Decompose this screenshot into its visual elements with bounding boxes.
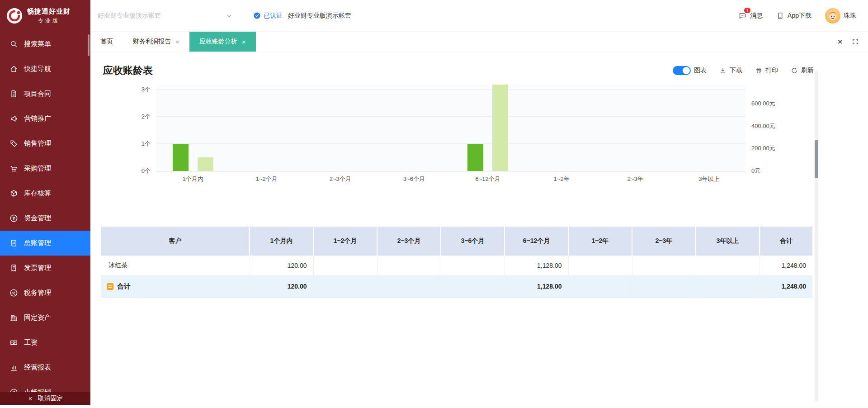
sidebar-item-label: 项目合同 — [24, 90, 51, 98]
total-row-label: 合计 — [117, 282, 131, 291]
verified-label: 已认证 — [264, 12, 283, 20]
chart-category-slot — [525, 85, 599, 171]
chart-category-slot — [599, 85, 672, 171]
phone-icon — [776, 12, 784, 20]
chart-toggle-control: 图表 — [673, 66, 707, 75]
y-axis-tick: 400.00元 — [751, 122, 775, 130]
sidebar-item-invoice[interactable]: 发票管理 — [0, 256, 90, 280]
verified-icon — [253, 12, 261, 19]
sidebar-item-sales[interactable]: 销售管理 — [0, 131, 90, 156]
table-header-cell: 2~3个月 — [377, 227, 441, 256]
home-icon — [9, 65, 18, 73]
chart-category-slot — [230, 85, 303, 171]
table-header-cell: 1~2个月 — [313, 227, 377, 256]
sidebar-item-funds[interactable]: 资金管理 — [0, 206, 90, 231]
close-icon[interactable]: × — [837, 37, 843, 46]
table-header-cell: 3年以上 — [696, 227, 760, 256]
sidebar-scrollbar[interactable] — [88, 34, 90, 56]
fullscreen-icon[interactable] — [852, 38, 859, 45]
page-content: 应收账龄表 图表 下载 — [90, 52, 868, 408]
sidebar-item-home[interactable]: 快捷导航 — [0, 57, 90, 81]
download-button[interactable]: 下载 — [719, 66, 742, 75]
chart-slots — [156, 85, 746, 171]
total-icon — [107, 283, 113, 290]
table-row[interactable]: 冰红茶120.001,128.001,248.00 — [101, 256, 812, 275]
table-total-row: 合计120.001,128.001,248.00 — [101, 275, 812, 297]
print-button[interactable]: 打印 — [755, 66, 778, 75]
aging-chart: 0个1个2个3个 0元200.00元400.00元600.00元 1个月内1~2… — [101, 85, 796, 187]
tab-应收账龄分析[interactable]: 应收账龄分析× — [189, 32, 256, 52]
x-axis-label: 2~3个月 — [303, 175, 377, 183]
user-name: 珠珠 — [844, 12, 856, 20]
collapse-left-icon — [28, 395, 34, 402]
tab-首页[interactable]: 首页 — [90, 32, 123, 52]
sidebar-item-contract[interactable]: 项目合同 — [0, 81, 90, 106]
close-tab-icon[interactable]: × — [175, 38, 179, 45]
count-bar — [173, 144, 189, 171]
sidebar-item-ledger[interactable]: 总账管理 — [0, 231, 90, 256]
contract-icon — [9, 90, 18, 98]
count-bar — [467, 144, 483, 171]
table-header-cell: 客户 — [101, 227, 250, 256]
sidebar-item-label: 库存核算 — [24, 189, 51, 198]
sidebar-item-report[interactable]: 经营报表 — [0, 355, 90, 380]
app-download-button[interactable]: App下载 — [776, 12, 811, 20]
table-header-cell: 1个月内 — [250, 227, 313, 256]
sidebar-item-label: 工资 — [24, 338, 38, 347]
total-value-cell: 1,128.00 — [505, 275, 568, 297]
scrollbar-thumb[interactable] — [815, 140, 818, 178]
x-axis-label: 6~12个月 — [451, 175, 525, 183]
table-header-cell: 6~12个月 — [505, 227, 568, 256]
chart-category-slot — [672, 85, 746, 171]
sidebar-item-payroll[interactable]: 工资 — [0, 330, 90, 355]
sidebar-item-tax[interactable]: 税务管理 — [0, 280, 90, 305]
aging-table: 客户1个月内1~2个月2~3个月3~6个月6~12个月1~2年2~3年3年以上合… — [101, 227, 812, 298]
message-icon-wrap: 1 — [738, 11, 747, 20]
chevron-down-icon — [225, 12, 233, 20]
account-dropdown[interactable]: 好业财专业版演示帐套 — [98, 12, 233, 20]
content-scrollbar[interactable] — [815, 71, 818, 402]
table-header-cell: 1~2年 — [568, 227, 632, 256]
total-value-cell — [568, 275, 632, 297]
chart-category-slot — [377, 85, 451, 171]
refresh-label: 刷新 — [801, 66, 814, 75]
ledger-icon — [9, 239, 18, 247]
sidebar-item-search[interactable]: 搜索菜单 — [0, 32, 90, 57]
tab-list: 首页财务利润报告×应收账龄分析× — [90, 32, 256, 52]
sidebar: 畅捷通好业财 专业版 搜索菜单快捷导航项目合同营销推广销售管理采购管理库存核算资… — [0, 0, 90, 408]
value-cell: 1,128.00 — [505, 256, 568, 275]
total-value-cell — [441, 275, 505, 297]
sidebar-item-purchase[interactable]: 采购管理 — [0, 156, 90, 181]
total-value-cell: 1,248.00 — [760, 275, 812, 297]
table-header-cell: 2~3年 — [632, 227, 696, 256]
app-logo: 畅捷通好业财 专业版 — [0, 0, 90, 32]
close-tab-icon[interactable]: × — [242, 38, 246, 45]
sidebar-item-assets[interactable]: 固定资产 — [0, 305, 90, 330]
user-menu[interactable]: 珠珠 — [825, 8, 856, 24]
value-cell: 120.00 — [250, 256, 313, 275]
app-download-label: App下载 — [788, 12, 811, 20]
messages-button[interactable]: 1 消息 — [738, 11, 763, 20]
refresh-icon — [791, 67, 798, 74]
table-wrap: 客户1个月内1~2个月2~3个月3~6个月6~12个月1~2年2~3年3年以上合… — [101, 227, 868, 298]
value-cell — [696, 256, 760, 275]
chart-plot — [156, 85, 746, 171]
account-name: 好业财专业版演示帐套 — [288, 12, 351, 20]
sidebar-item-inventory[interactable]: 库存核算 — [0, 181, 90, 206]
tab-财务利润报告[interactable]: 财务利润报告× — [123, 32, 189, 52]
print-label: 打印 — [765, 66, 778, 75]
sidebar-item-expense[interactable]: 小畅报销 — [0, 380, 90, 392]
unpin-button[interactable]: 取消固定 — [0, 392, 90, 405]
total-value-cell: 120.00 — [250, 275, 313, 297]
inventory-icon — [9, 189, 18, 198]
sidebar-item-label: 发票管理 — [24, 264, 51, 272]
sidebar-item-megaphone[interactable]: 营销推广 — [0, 106, 90, 131]
messages-label: 消息 — [750, 12, 763, 20]
total-label-cell: 合计 — [101, 275, 250, 297]
refresh-button[interactable]: 刷新 — [791, 66, 814, 75]
page-controls: 图表 下载 打印 — [673, 66, 814, 75]
chart-toggle[interactable] — [673, 66, 691, 75]
y-axis-tick: 1个 — [142, 140, 151, 148]
assets-icon — [9, 313, 18, 322]
sidebar-item-label: 总账管理 — [24, 239, 51, 247]
